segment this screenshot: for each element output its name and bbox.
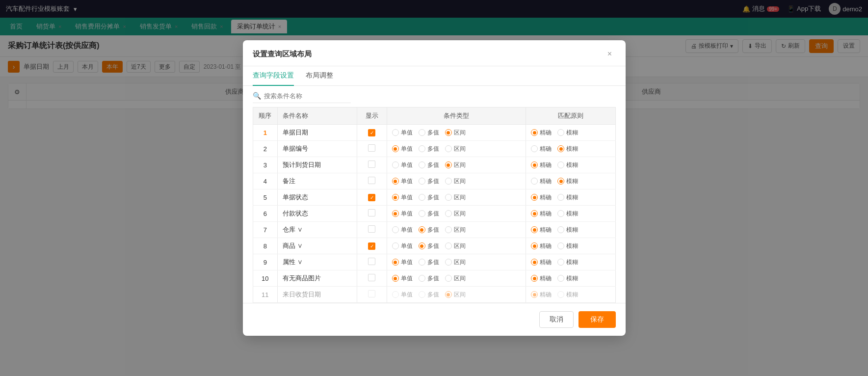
type-radio-item[interactable]: 多值 [419,210,439,218]
type-radio-item[interactable]: 区间 [445,291,466,299]
radio-label: 单值 [401,242,413,250]
display-checkbox[interactable] [368,129,375,136]
save-btn[interactable]: 保存 [579,311,616,328]
match-radio-group: 精确模糊 [531,258,610,267]
search-wrap: 🔍 [253,92,351,103]
display-checkbox[interactable] [368,194,375,201]
type-radio-item[interactable]: 多值 [419,258,439,267]
match-radio-item[interactable]: 模糊 [557,258,578,267]
type-radio-item[interactable]: 区间 [445,129,466,137]
display-checkbox[interactable] [368,177,375,184]
type-radio-item[interactable]: 多值 [419,129,439,137]
type-radio-item[interactable]: 区间 [445,177,466,186]
row-display-cell[interactable] [357,222,387,238]
settings-row: 9属性 ∨单值多值区间精确模糊 [253,254,615,270]
type-radio-item[interactable]: 多值 [419,177,439,186]
row-display-cell[interactable] [357,141,387,157]
type-radio-item[interactable]: 单值 [392,291,413,299]
match-radio-item[interactable]: 模糊 [557,210,578,218]
type-radio-item[interactable]: 单值 [392,161,413,169]
type-radio-item[interactable]: 单值 [392,242,413,250]
modal-footer: 取消 保存 [243,303,626,336]
type-radio-item[interactable]: 区间 [445,161,466,169]
match-radio-item[interactable]: 模糊 [557,193,578,202]
display-checkbox[interactable] [368,242,375,250]
settings-modal: 设置查询区域布局 × 查询字段设置 布局调整 🔍 顺序 [243,40,626,336]
type-radio-item[interactable]: 区间 [445,242,466,250]
type-radio-item[interactable]: 单值 [392,274,413,283]
display-checkbox[interactable] [368,161,375,168]
type-radio-item[interactable]: 单值 [392,226,413,234]
modal-tab-query[interactable]: 查询字段设置 [253,66,294,86]
match-radio-item[interactable]: 精确 [531,258,552,267]
row-type-cell: 单值多值区间 [387,287,526,303]
type-radio-item[interactable]: 单值 [392,193,413,202]
match-radio-item[interactable]: 模糊 [557,177,578,186]
match-radio-item[interactable]: 模糊 [557,291,578,299]
row-display-cell[interactable] [357,125,387,141]
type-radio-group: 单值多值区间 [392,193,521,202]
display-checkbox[interactable] [368,144,375,152]
row-order: 5 [253,189,278,206]
radio-circle-type_range [445,210,452,217]
modal-close-btn[interactable]: × [604,48,616,60]
radio-circle-match_fuzzy [557,226,564,233]
type-radio-item[interactable]: 多值 [419,226,439,234]
type-radio-item[interactable]: 单值 [392,210,413,218]
condition-search-input[interactable] [264,92,342,100]
radio-label: 区间 [454,161,466,169]
match-radio-item[interactable]: 精确 [531,210,552,218]
match-radio-item[interactable]: 模糊 [557,274,578,283]
match-radio-item[interactable]: 模糊 [557,161,578,169]
match-radio-item[interactable]: 模糊 [557,129,578,137]
modal-overlay[interactable]: 设置查询区域布局 × 查询字段设置 布局调整 🔍 顺序 [0,0,868,376]
match-radio-item[interactable]: 精确 [531,193,552,202]
type-radio-item[interactable]: 区间 [445,145,466,153]
type-radio-item[interactable]: 区间 [445,210,466,218]
match-radio-item[interactable]: 精确 [531,291,552,299]
match-radio-item[interactable]: 精确 [531,274,552,283]
row-display-cell[interactable] [357,206,387,222]
display-checkbox[interactable] [368,274,375,281]
type-radio-item[interactable]: 单值 [392,258,413,267]
row-order: 2 [253,141,278,157]
type-radio-item[interactable]: 多值 [419,193,439,202]
row-display-cell[interactable] [357,238,387,254]
row-display-cell[interactable] [357,254,387,270]
type-radio-item[interactable]: 多值 [419,274,439,283]
type-radio-item[interactable]: 区间 [445,193,466,202]
match-radio-item[interactable]: 模糊 [557,226,578,234]
row-display-cell[interactable] [357,157,387,173]
match-radio-item[interactable]: 精确 [531,129,552,137]
display-checkbox[interactable] [368,290,375,297]
type-radio-item[interactable]: 多值 [419,242,439,250]
row-display-cell[interactable] [357,287,387,303]
match-radio-item[interactable]: 精确 [531,161,552,169]
modal-tab-layout[interactable]: 布局调整 [306,66,333,86]
row-display-cell[interactable] [357,270,387,287]
match-radio-item[interactable]: 精确 [531,226,552,234]
type-radio-item[interactable]: 多值 [419,145,439,153]
match-radio-item[interactable]: 精确 [531,145,552,153]
type-radio-item[interactable]: 多值 [419,161,439,169]
radio-circle-match_exact [531,226,538,233]
display-checkbox[interactable] [368,258,375,265]
radio-circle-match_fuzzy [557,145,564,152]
row-display-cell[interactable] [357,173,387,189]
match-radio-item[interactable]: 精确 [531,242,552,250]
match-radio-item[interactable]: 模糊 [557,242,578,250]
match-radio-group: 精确模糊 [531,145,610,153]
display-checkbox[interactable] [368,225,375,233]
display-checkbox[interactable] [368,209,375,216]
cancel-btn[interactable]: 取消 [539,311,574,328]
type-radio-item[interactable]: 单值 [392,145,413,153]
type-radio-item[interactable]: 区间 [445,274,466,283]
match-radio-item[interactable]: 模糊 [557,145,578,153]
match-radio-item[interactable]: 精确 [531,177,552,186]
type-radio-item[interactable]: 单值 [392,177,413,186]
type-radio-item[interactable]: 单值 [392,129,413,137]
type-radio-item[interactable]: 区间 [445,258,466,267]
row-display-cell[interactable] [357,189,387,206]
type-radio-item[interactable]: 多值 [419,291,439,299]
type-radio-item[interactable]: 区间 [445,226,466,234]
